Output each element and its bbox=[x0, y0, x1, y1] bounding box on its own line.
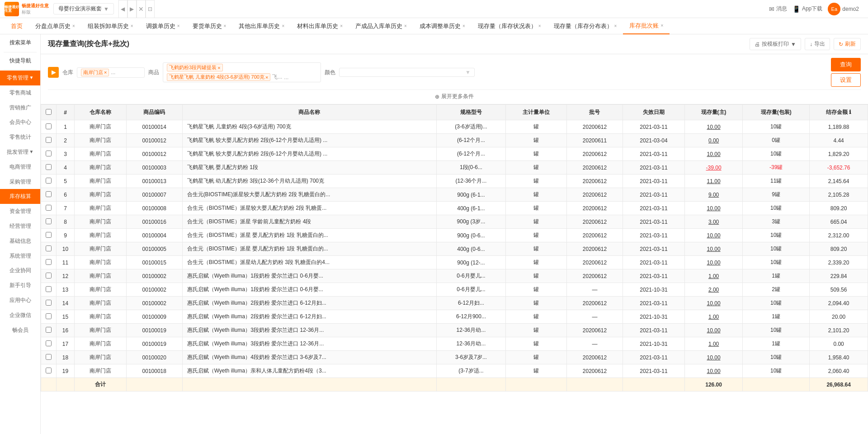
sidebar-item-wholesale[interactable]: 批发管理 ▼ bbox=[0, 145, 40, 160]
sidebar-item-retail-mall[interactable]: 零售商城 bbox=[0, 85, 40, 100]
cell-checkbox[interactable] bbox=[41, 134, 57, 147]
row-checkbox[interactable] bbox=[46, 340, 52, 346]
cell-checkbox[interactable] bbox=[41, 188, 57, 202]
cell-checkbox[interactable] bbox=[41, 310, 57, 324]
refresh-btn[interactable]: ↻ 刷新 bbox=[834, 38, 861, 50]
row-checkbox[interactable] bbox=[46, 191, 52, 197]
cell-qty-main[interactable]: 1.00 bbox=[684, 269, 742, 283]
tab-expand-btn[interactable]: ⊡ bbox=[146, 0, 155, 18]
close-icon-6[interactable]: × bbox=[340, 24, 343, 28]
product-tag-2-remove[interactable]: × bbox=[265, 75, 268, 80]
cell-qty-main[interactable]: 10.00 bbox=[684, 351, 742, 364]
cell-checkbox[interactable] bbox=[41, 364, 57, 378]
message-btn[interactable]: ✉ 消息 bbox=[769, 5, 787, 13]
th-checkbox[interactable] bbox=[41, 105, 57, 120]
nav-tab-11[interactable]: 库存批次账 × bbox=[623, 18, 670, 34]
row-checkbox[interactable] bbox=[46, 313, 52, 319]
tab-next-btn[interactable]: ▶ bbox=[127, 0, 137, 18]
row-checkbox[interactable] bbox=[46, 300, 52, 306]
sidebar-item-finance[interactable]: 资金管理 bbox=[0, 204, 40, 219]
app-download-btn[interactable]: 📱 App下载 bbox=[793, 5, 822, 13]
row-checkbox[interactable] bbox=[46, 273, 52, 278]
tab-prev-btn[interactable]: ◀ bbox=[118, 0, 127, 18]
cell-qty-main[interactable]: 1.00 bbox=[684, 337, 742, 351]
sidebar-item-app-center[interactable]: 应用中心 bbox=[0, 293, 40, 308]
cell-qty-main[interactable]: 10.00 bbox=[684, 324, 742, 337]
close-icon-8[interactable]: × bbox=[462, 24, 465, 28]
close-icon-3[interactable]: × bbox=[177, 24, 180, 28]
sidebar-item-member[interactable]: 会员中心 bbox=[0, 115, 40, 130]
sidebar-item-guide[interactable]: 新手引导 bbox=[0, 278, 40, 293]
cell-checkbox[interactable] bbox=[41, 269, 57, 283]
close-icon-9[interactable]: × bbox=[538, 24, 541, 28]
close-icon-10[interactable]: × bbox=[614, 24, 617, 28]
cell-checkbox[interactable] bbox=[41, 256, 57, 269]
sidebar-search-label[interactable]: 搜索菜单 bbox=[4, 39, 37, 47]
row-checkbox[interactable] bbox=[46, 354, 52, 360]
product-filter-box[interactable]: 飞鹤奶粉3段丙罐提装 × 飞鹤星飞帆 儿童奶粉 4段(3-6岁适用) 700克 … bbox=[163, 62, 321, 82]
select-all-checkbox[interactable] bbox=[46, 109, 52, 115]
row-checkbox[interactable] bbox=[46, 368, 52, 373]
product-tag-1-remove[interactable]: × bbox=[217, 65, 220, 71]
nav-tab-9[interactable]: 现存量（库存状况表）× bbox=[472, 18, 547, 34]
cell-qty-main[interactable]: 0.00 bbox=[684, 134, 742, 147]
cell-checkbox[interactable] bbox=[41, 297, 57, 310]
sidebar-item-inventory[interactable]: 库存核算 bbox=[0, 189, 40, 204]
sidebar-item-purchase[interactable]: 采购管理 bbox=[0, 175, 40, 189]
color-filter-box[interactable]: ▼ bbox=[339, 68, 475, 77]
sidebar-search[interactable]: 搜索菜单 bbox=[0, 34, 40, 51]
row-checkbox[interactable] bbox=[46, 245, 52, 251]
row-checkbox[interactable] bbox=[46, 205, 52, 211]
cell-qty-main[interactable]: 10.00 bbox=[684, 229, 742, 242]
settings-btn[interactable]: 设置 bbox=[831, 73, 861, 87]
row-checkbox[interactable] bbox=[46, 286, 52, 292]
row-checkbox[interactable] bbox=[46, 259, 52, 265]
row-checkbox[interactable] bbox=[46, 164, 52, 170]
close-icon-1[interactable]: × bbox=[72, 24, 75, 28]
nav-tab-8[interactable]: 成本调整单历史 × bbox=[413, 18, 472, 34]
user-area[interactable]: Ea demo2 bbox=[828, 3, 859, 15]
cell-qty-main[interactable]: 11.00 bbox=[684, 175, 742, 188]
close-icon-2[interactable]: × bbox=[131, 24, 133, 28]
sidebar-item-ops[interactable]: 经营管理 bbox=[0, 219, 40, 234]
row-checkbox[interactable] bbox=[46, 232, 52, 238]
close-icon-7[interactable]: × bbox=[404, 24, 407, 28]
sidebar-quick-nav[interactable]: 快捷导航 bbox=[0, 53, 40, 68]
nav-tab-3[interactable]: 调拨单历史 × bbox=[140, 18, 186, 34]
cell-qty-main[interactable]: 10.00 bbox=[684, 202, 742, 215]
sidebar-item-wechat[interactable]: 企业微信 bbox=[0, 308, 40, 323]
print-btn[interactable]: 🖨 按模板打印 ▼ bbox=[750, 38, 801, 50]
cell-checkbox[interactable] bbox=[41, 337, 57, 351]
expand-more-btn[interactable]: ⊕ 展开更多条件 bbox=[48, 90, 861, 100]
query-btn[interactable]: 查询 bbox=[831, 58, 861, 71]
cell-qty-main[interactable]: 10.00 bbox=[684, 297, 742, 310]
row-checkbox[interactable] bbox=[46, 218, 52, 224]
cell-checkbox[interactable] bbox=[41, 202, 57, 215]
sidebar-item-marketing[interactable]: 营销推广 bbox=[0, 100, 40, 115]
cell-qty-main[interactable]: 10.00 bbox=[684, 242, 742, 256]
cell-checkbox[interactable] bbox=[41, 215, 57, 229]
cell-checkbox[interactable] bbox=[41, 161, 57, 175]
sidebar-item-member-plus[interactable]: 畅会员 bbox=[0, 323, 40, 338]
nav-tab-6[interactable]: 材料出库单历史 × bbox=[291, 18, 349, 34]
cell-checkbox[interactable] bbox=[41, 324, 57, 337]
sidebar-item-basic-info[interactable]: 基础信息 bbox=[0, 234, 40, 249]
nav-tab-2[interactable]: 组装拆卸单历史 × bbox=[81, 18, 140, 34]
cell-qty-main[interactable]: 10.00 bbox=[684, 256, 742, 269]
cell-qty-main[interactable]: 10.00 bbox=[684, 120, 742, 134]
filter-expand-btn[interactable]: ▶ bbox=[48, 67, 59, 78]
warehouse-filter-box[interactable]: 南岸门店 × ... bbox=[77, 67, 145, 78]
close-icon-11[interactable]: × bbox=[660, 23, 663, 28]
cell-checkbox[interactable] bbox=[41, 147, 57, 161]
close-icon-5[interactable]: × bbox=[282, 24, 284, 28]
nav-tab-home[interactable]: 首页 bbox=[5, 18, 29, 34]
cell-qty-main[interactable]: 1.00 bbox=[684, 310, 742, 324]
nav-tab-7[interactable]: 产成品入库单历史 × bbox=[349, 18, 413, 34]
cell-checkbox[interactable] bbox=[41, 229, 57, 242]
row-checkbox[interactable] bbox=[46, 327, 52, 333]
warehouse-tag-remove[interactable]: × bbox=[104, 70, 107, 75]
cell-checkbox[interactable] bbox=[41, 175, 57, 188]
cell-qty-main[interactable]: 10.00 bbox=[684, 147, 742, 161]
sidebar-item-system[interactable]: 系统管理 bbox=[0, 249, 40, 264]
close-icon-4[interactable]: × bbox=[224, 24, 226, 28]
